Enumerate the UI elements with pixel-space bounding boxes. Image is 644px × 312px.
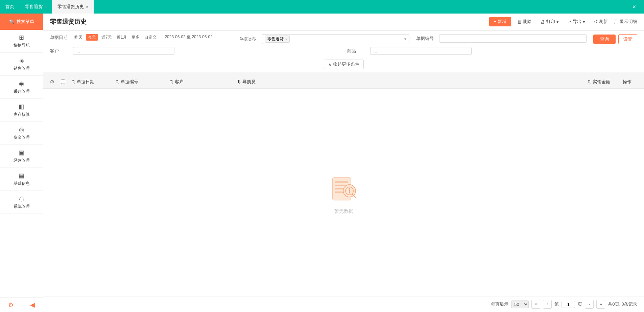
tab-home[interactable]: 首页 (0, 0, 20, 14)
date-opt-7days[interactable]: 近7天 (100, 34, 113, 41)
tab-label-retail-return-history: 零售退货历史 (57, 4, 84, 10)
bill-type-dropdown-icon: ▾ (404, 37, 406, 41)
sidebar-item-quick-nav[interactable]: ⊞ 快捷导航 (0, 30, 43, 53)
next-page-button[interactable]: › (585, 300, 594, 309)
nav-label-operation-mgmt: 经营管理 (14, 158, 30, 163)
sidebar-item-basic-info[interactable]: ▦ 基础信息 (0, 168, 43, 191)
sidebar-item-system-mgmt[interactable]: ◌ 系统管理 (0, 191, 43, 214)
date-options: 昨天 今天 近7天 近1月 更多 自定义 (73, 34, 158, 41)
date-opt-custom[interactable]: 自定义 (143, 34, 158, 41)
export-icon: ↗ (568, 19, 571, 24)
svg-rect-2 (335, 184, 346, 186)
first-page-button[interactable]: « (531, 300, 540, 309)
svg-point-8 (349, 188, 350, 190)
delete-button[interactable]: 🗑 删除 (515, 17, 534, 26)
per-page-select[interactable]: 50 10 20 100 (511, 300, 529, 308)
page-input[interactable] (562, 301, 575, 308)
show-detail-checkbox[interactable] (614, 20, 618, 24)
collapse-sidebar-icon[interactable]: ◀ (30, 301, 35, 309)
top-bar: 首页零售退货×零售退货历史× × (0, 0, 644, 14)
table-select-all-checkbox[interactable] (57, 80, 68, 84)
th-action: 操作 (614, 79, 641, 85)
customer-select[interactable]: … (73, 47, 174, 55)
content-area: 零售退货历史 + 新增 🗑 删除 🖨 打印 ▾ ↗ 导出 (43, 14, 644, 312)
bill-number-input[interactable] (439, 34, 587, 43)
sidebar-item-purchase-mgmt[interactable]: ◉ 采购管理 (0, 76, 43, 99)
select-all-input[interactable] (61, 80, 65, 84)
th-customer: ⇅ 客户 (166, 79, 234, 85)
tab-retail-return[interactable]: 零售退货× (20, 0, 52, 14)
sort-icon-amount: ⇅ (588, 79, 591, 84)
bill-type-label: 单据类型 (239, 36, 259, 42)
sidebar-item-inventory-check[interactable]: ◧ 库存核算 (0, 99, 43, 122)
add-button[interactable]: + 新增 (489, 17, 511, 26)
date-filter-label: 单据日期 (50, 35, 70, 41)
filter-area: 单据日期 昨天 今天 近7天 近1月 更多 自定义 2023-06-02 至 2… (43, 31, 644, 72)
nav-icon-basic-info: ▦ (18, 172, 25, 179)
sidebar-item-operation-mgmt[interactable]: ▣ 经营管理 (0, 145, 43, 168)
sidebar-search-label: 搜索菜单 (17, 19, 34, 25)
filter-item-goods: 商品 … (347, 47, 638, 55)
prev-page-button[interactable]: ‹ (543, 300, 552, 309)
nav-label-purchase-mgmt: 采购管理 (14, 89, 30, 94)
date-opt-yesterday[interactable]: 昨天 (73, 34, 84, 41)
sidebar-item-finance-mgmt[interactable]: ◎ 资金管理 (0, 122, 43, 145)
collapse-row: ∧ 收起更多条件 (50, 58, 637, 69)
goods-select[interactable]: … (370, 47, 472, 55)
refresh-button[interactable]: ↺ 刷新 (591, 17, 611, 26)
tab-close-retail-return[interactable]: × (45, 5, 47, 9)
empty-icon (327, 171, 361, 204)
th-number: ⇅ 单据编号 (112, 79, 166, 85)
sidebar-search-button[interactable]: 🔍 搜索菜单 (0, 14, 43, 30)
export-button[interactable]: ↗ 导出 ▾ (565, 17, 588, 26)
last-page-button[interactable]: » (596, 300, 605, 309)
sidebar-nav: ⊞ 快捷导航 ◈ 销售管理 ◉ 采购管理 ◧ 库存核算 ◎ 资金管理 ▣ 经营管… (0, 30, 43, 214)
bill-type-tag-close[interactable]: × (285, 37, 287, 41)
settings-button[interactable]: 设置 (618, 34, 637, 44)
bill-type-tag: 零售退货 × (265, 36, 289, 43)
show-detail-checkbox-label[interactable]: 显示明细 (614, 19, 637, 25)
window-close-button[interactable]: × (629, 3, 639, 10)
tab-bar: 首页零售退货×零售退货历史× (0, 0, 629, 14)
date-opt-1month[interactable]: 近1月 (115, 34, 128, 41)
sort-icon-number: ⇅ (116, 79, 119, 84)
query-button[interactable]: 查询 (593, 35, 616, 44)
page-actions: + 新增 🗑 删除 🖨 打印 ▾ ↗ 导出 ▾ (489, 17, 637, 26)
customer-label: 客户 (50, 48, 70, 54)
empty-state: 暂无数据 (43, 89, 644, 296)
collapse-icon: ∧ (328, 62, 332, 67)
sidebar-item-sales-mgmt[interactable]: ◈ 销售管理 (0, 53, 43, 76)
th-amount: ⇅ 实销金额 (573, 79, 614, 85)
date-opt-more[interactable]: 更多 (130, 34, 141, 41)
collapse-button[interactable]: ∧ 收起更多条件 (324, 60, 364, 69)
table-container: ⚙ ⇅ 单据日期 ⇅ 单据编号 ⇅ 客户 ⇅ 导购员 (43, 75, 644, 312)
table-settings-icon[interactable]: ⚙ (47, 79, 57, 85)
filter-actions: 查询 设置 (593, 34, 637, 44)
nav-label-basic-info: 基础信息 (14, 181, 30, 186)
date-opt-today[interactable]: 今天 (86, 34, 98, 41)
nav-label-quick-nav: 快捷导航 (14, 43, 30, 48)
svg-rect-1 (335, 181, 348, 182)
filter-item-date-range: 2023-06-02 至 2023-06-02 (165, 34, 232, 40)
date-range-value: 2023-06-02 至 2023-06-02 (165, 34, 212, 40)
tab-retail-return-history[interactable]: 零售退货历史× (52, 0, 93, 14)
top-bar-right: × (629, 3, 644, 10)
page-label: 第 (554, 301, 559, 307)
nav-label-inventory-check: 库存核算 (14, 112, 30, 117)
settings-icon[interactable]: ⚙ (8, 301, 14, 309)
sidebar: 🔍 搜索菜单 ⊞ 快捷导航 ◈ 销售管理 ◉ 采购管理 ◧ 库存核算 ◎ 资金管… (0, 14, 43, 312)
sort-icon-customer: ⇅ (170, 79, 173, 84)
sort-icon-guide: ⇅ (237, 79, 241, 84)
filter-row-2: 客户 … 商品 … (50, 47, 637, 55)
table-header: ⚙ ⇅ 单据日期 ⇅ 单据编号 ⇅ 客户 ⇅ 导购员 (43, 75, 644, 89)
bill-number-label: 单据编号 (416, 36, 436, 42)
print-button[interactable]: 🖨 打印 ▾ (538, 17, 562, 26)
nav-label-finance-mgmt: 资金管理 (14, 135, 30, 140)
nav-icon-inventory-check: ◧ (18, 103, 25, 110)
tab-close-retail-return-history[interactable]: × (86, 5, 88, 9)
print-dropdown-icon: ▾ (556, 19, 559, 24)
goods-placeholder: … (373, 48, 378, 53)
bill-type-select[interactable]: 零售退货 × ▾ (262, 34, 409, 44)
tab-label-home: 首页 (5, 4, 14, 10)
page-title: 零售退货历史 (50, 18, 87, 26)
